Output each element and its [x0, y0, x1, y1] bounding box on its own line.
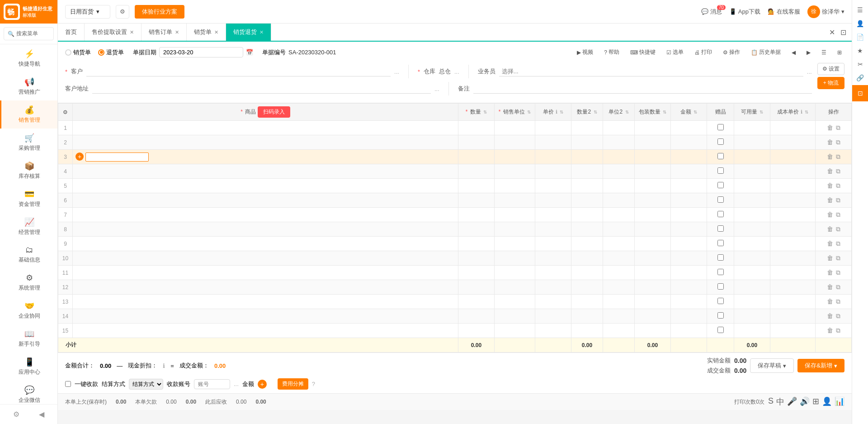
account-select-dots[interactable]: ... — [234, 381, 239, 387]
pack-qty-cell[interactable] — [635, 295, 671, 309]
cost-price-cell[interactable] — [770, 295, 816, 309]
pack-qty-cell[interactable] — [635, 193, 671, 208]
customer-input[interactable] — [86, 67, 391, 76]
qty2-cell[interactable] — [571, 324, 603, 338]
unit2-cell[interactable] — [603, 150, 635, 164]
copy-icon[interactable]: ⧉ — [836, 124, 840, 132]
goods-cell[interactable]: + — [73, 150, 458, 164]
tab-close-sales[interactable]: ✕ — [214, 29, 218, 35]
unit2-cell[interactable] — [603, 193, 635, 208]
message-btn[interactable]: 💬 消息 70 — [701, 8, 722, 16]
amount-cell[interactable] — [671, 266, 707, 280]
price-cell[interactable] — [535, 179, 571, 193]
gift-checkbox[interactable] — [717, 138, 724, 145]
goods-cell[interactable] — [73, 121, 458, 135]
copy-icon[interactable]: ⧉ — [836, 153, 840, 161]
gift-cell[interactable] — [707, 251, 734, 266]
price-cell[interactable] — [535, 251, 571, 266]
amount-cell[interactable] — [671, 251, 707, 266]
goods-input[interactable] — [85, 152, 149, 162]
qty-cell[interactable] — [458, 222, 495, 237]
cost-price-cell[interactable] — [770, 237, 816, 251]
qty2-sort-icon[interactable]: ⇅ — [594, 110, 597, 114]
pack-qty-cell[interactable] — [635, 280, 671, 295]
amount-cell[interactable] — [671, 193, 707, 208]
qty2-cell[interactable] — [571, 237, 603, 251]
calc-method-select[interactable]: 结算方式 — [129, 379, 163, 390]
price-cell[interactable] — [535, 222, 571, 237]
available-cell[interactable] — [734, 280, 770, 295]
available-cell[interactable] — [734, 164, 770, 179]
copy-icon[interactable]: ⧉ — [836, 240, 840, 248]
copy-icon[interactable]: ⧉ — [836, 312, 840, 320]
delete-icon[interactable]: 🗑 — [827, 283, 833, 291]
tab-sales[interactable]: 销货单 ✕ — [187, 24, 226, 41]
cost-price-cell[interactable] — [770, 121, 816, 135]
amount-cell[interactable] — [671, 324, 707, 338]
price-cell[interactable] — [535, 309, 571, 324]
unit2-cell[interactable] — [603, 309, 635, 324]
price-cell[interactable] — [535, 266, 571, 280]
gift-cell[interactable] — [707, 222, 734, 237]
amount-cell[interactable] — [671, 135, 707, 150]
pack-qty-cell[interactable] — [635, 309, 671, 324]
qty2-cell[interactable] — [571, 222, 603, 237]
goods-cell[interactable] — [73, 266, 458, 280]
add-account-btn[interactable]: + — [258, 380, 267, 389]
goods-cell[interactable] — [73, 164, 458, 179]
unit2-cell[interactable] — [603, 324, 635, 338]
topbar-gear-btn[interactable]: ⚙ — [116, 5, 129, 19]
maximize-btn[interactable]: ⊡ — [839, 27, 848, 38]
goods-cell[interactable] — [73, 135, 458, 150]
sidebar-item-collab[interactable]: 🤝 企业协同 — [0, 296, 57, 324]
cost-price-cell[interactable] — [770, 179, 816, 193]
gift-cell[interactable] — [707, 150, 734, 164]
gift-checkbox[interactable] — [717, 211, 724, 217]
account-input[interactable] — [194, 379, 230, 389]
gift-cell[interactable] — [707, 237, 734, 251]
right-sidebar-link-btn[interactable]: 🔗 — [854, 71, 867, 84]
save-new-btn[interactable]: 保存&新增 ▾ — [797, 359, 844, 372]
list-view-btn[interactable]: ☰ — [819, 48, 829, 57]
radio-sales[interactable]: 销货单 — [65, 48, 91, 57]
nav-select[interactable]: 日用百货 ▾ — [65, 5, 110, 19]
collapse-btn[interactable]: ◀ — [37, 408, 46, 420]
gift-checkbox[interactable] — [717, 225, 724, 232]
unit2-sort-icon[interactable]: ⇅ — [625, 110, 629, 114]
goods-cell[interactable] — [73, 324, 458, 338]
qty2-cell[interactable] — [571, 193, 603, 208]
copy-icon[interactable]: ⧉ — [836, 298, 840, 305]
gift-checkbox[interactable] — [717, 196, 724, 203]
gift-checkbox[interactable] — [717, 124, 724, 130]
pack-qty-cell[interactable] — [635, 150, 671, 164]
copy-icon[interactable]: ⧉ — [836, 283, 840, 291]
sidebar-item-guide[interactable]: 📖 新手引导 — [0, 324, 57, 353]
price-cell[interactable] — [535, 280, 571, 295]
sidebar-item-app-center[interactable]: 📱 应用中心 — [0, 353, 57, 381]
fee-split-btn[interactable]: 费用分摊 — [278, 378, 308, 390]
radio-return[interactable]: 退货单 — [98, 48, 124, 57]
right-sidebar-clip-btn[interactable]: ✂ — [854, 58, 867, 71]
settings-side-btn[interactable]: ⚙ 设置 — [817, 63, 844, 75]
amount-cell[interactable] — [671, 150, 707, 164]
pack-qty-sort-icon[interactable]: ⇅ — [663, 110, 666, 114]
cost-price-cell[interactable] — [770, 164, 816, 179]
gift-checkbox[interactable] — [717, 153, 724, 159]
cost-price-cell[interactable] — [770, 266, 816, 280]
trial-btn[interactable]: 体验行业方案 — [135, 5, 184, 19]
unit2-cell[interactable] — [603, 121, 635, 135]
available-cell[interactable] — [734, 295, 770, 309]
copy-icon[interactable]: ⧉ — [836, 138, 840, 146]
one-click-checkbox[interactable] — [65, 381, 71, 387]
cost-price-cell[interactable] — [770, 135, 816, 150]
qty-cell[interactable] — [458, 150, 495, 164]
qty2-cell[interactable] — [571, 179, 603, 193]
delete-icon[interactable]: 🗑 — [827, 182, 833, 190]
amount-cell[interactable] — [671, 309, 707, 324]
price-cell[interactable] — [535, 121, 571, 135]
cost-price-cell[interactable] — [770, 208, 816, 222]
copy-icon[interactable]: ⧉ — [836, 269, 840, 276]
available-cell[interactable] — [734, 193, 770, 208]
goods-cell[interactable] — [73, 237, 458, 251]
col-settings[interactable]: ⚙ — [58, 104, 73, 121]
